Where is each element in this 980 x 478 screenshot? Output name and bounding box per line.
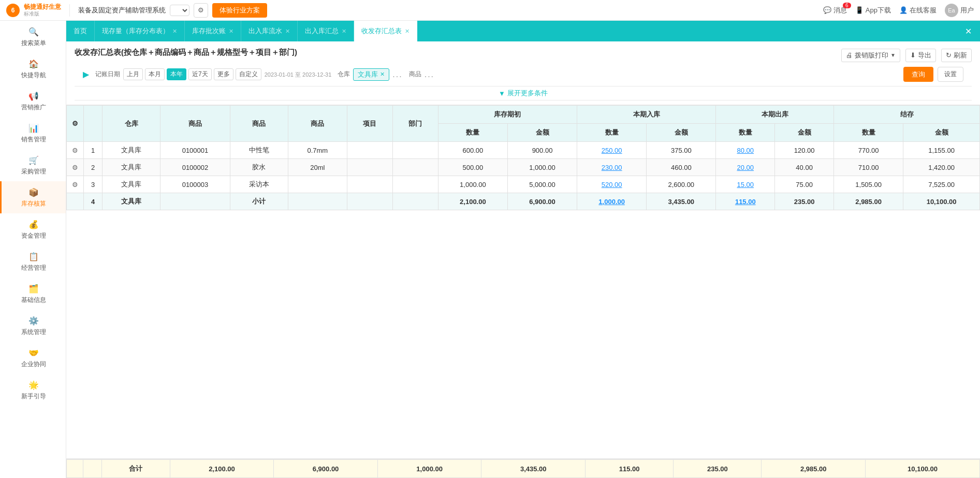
message-icon: 💬 [823, 6, 831, 14]
tab-receive-send-close[interactable]: ✕ [405, 28, 409, 35]
date-range-text: 2023-01-01 至 2023-12-31 [265, 71, 332, 79]
user-menu[interactable]: Ea 用户 [945, 4, 974, 17]
tab-home[interactable]: 首页 [66, 21, 95, 41]
trial-button[interactable]: 体验行业方案 [212, 3, 267, 18]
col-warehouse-header: 仓库 [103, 106, 160, 142]
tab-receive-send[interactable]: 收发存汇总表 ✕ [354, 21, 417, 41]
sidebar-item-marketing[interactable]: 📢 营销推广 [0, 85, 66, 117]
service-icon: 👤 [899, 6, 908, 14]
subtotal-code [160, 193, 230, 210]
date-7days[interactable]: 近7天 [188, 68, 212, 80]
warehouse-tag-close-btn[interactable]: ✕ [380, 71, 385, 78]
goods-more-btn[interactable]: ... [425, 70, 434, 79]
row1-in-qty[interactable]: 250.00 [577, 142, 647, 159]
sidebar-item-search[interactable]: 🔍 搜索菜单 [0, 21, 66, 53]
sidebar-item-operations[interactable]: 📋 经营管理 [0, 245, 66, 278]
row2-in-qty[interactable]: 230.00 [577, 159, 647, 176]
row3-goods-name: 采访本 [230, 176, 288, 193]
refresh-button[interactable]: ↻ 刷新 [941, 49, 972, 62]
sidebar-item-sales[interactable]: 📊 销售管理 [0, 117, 66, 149]
app-download-button[interactable]: 📱 App下载 [855, 6, 891, 15]
subtotal-department [392, 193, 438, 210]
online-service-button[interactable]: 👤 在线客服 [899, 6, 937, 15]
sidebar-label-search: 搜索菜单 [21, 39, 46, 48]
col-group-out: 本期出库 [716, 106, 834, 124]
warehouse-more-btn[interactable]: ... [392, 70, 402, 79]
tab-summary[interactable]: 出入库汇总 ✕ [298, 21, 354, 41]
tab-flow[interactable]: 出入库流水 ✕ [241, 21, 298, 41]
col-department-header: 部门 [392, 106, 438, 142]
table-wrap: ⚙ 仓库 商品 商品 商品 项目 部门 库存期初 本期入库 本期出库 结存 [66, 105, 980, 458]
query-button[interactable]: 查询 [903, 67, 933, 82]
print-icon: 🖨 [846, 51, 853, 59]
row1-opening-qty: 600.00 [438, 142, 507, 159]
date-last-month[interactable]: 上月 [123, 68, 143, 80]
goods-label: 商品 [409, 70, 421, 79]
sidebar-item-system[interactable]: ⚙️ 系统管理 [0, 310, 66, 342]
subtotal-in-amt: 3,435.00 [647, 193, 716, 210]
row1-out-qty[interactable]: 80.00 [716, 142, 775, 159]
row2-gear[interactable]: ⚙ [67, 159, 84, 176]
message-button[interactable]: 💬 消息 6 [823, 6, 847, 15]
row1-goods-spec: 0.7mm [288, 142, 347, 159]
row3-gear[interactable]: ⚙ [67, 176, 84, 193]
sidebar-label-marketing: 营销推广 [21, 103, 46, 112]
settings-button[interactable]: ⚙ [194, 3, 208, 18]
export-button[interactable]: ⬇ 导出 [905, 49, 936, 62]
sidebar-item-cooperation[interactable]: 🤝 企业协同 [0, 342, 66, 374]
setting-button[interactable]: 设置 [938, 67, 963, 82]
subtotal-out-qty[interactable]: 115.00 [716, 193, 775, 210]
row1-goods-code: 0100001 [160, 142, 230, 159]
tab-stock-dist[interactable]: 现存量（库存分布表） ✕ [95, 21, 185, 41]
footer-label: 合计 [102, 460, 170, 478]
date-label: 记账日期 [95, 70, 120, 79]
sidebar-item-guide[interactable]: 🌟 新手引导 [0, 374, 66, 406]
row1-department [392, 142, 438, 159]
expand-more-bar[interactable]: ▼ 展开更多条件 [75, 86, 972, 100]
tab-summary-close[interactable]: ✕ [342, 28, 346, 35]
row2-out-qty[interactable]: 20.00 [716, 159, 775, 176]
sidebar-item-inventory[interactable]: 📦 库存核算 [0, 181, 66, 213]
sidebar-item-purchase[interactable]: 🛒 采购管理 [0, 149, 66, 181]
avatar: Ea [945, 4, 958, 17]
date-this-year[interactable]: 本年 [167, 68, 186, 80]
row3-out-qty[interactable]: 15.00 [716, 176, 775, 193]
user-label: 用户 [960, 6, 974, 15]
date-this-month[interactable]: 本月 [145, 68, 165, 80]
goods-filter-group: 商品 ... [409, 70, 434, 79]
row3-goods-code: 0100003 [160, 176, 230, 193]
row2-warehouse: 文具库 [103, 159, 160, 176]
tab-batch-close[interactable]: ✕ [229, 28, 233, 35]
table-subtotal-row: 4 文具库 小计 2,100.00 6,900.00 1,000.00 3,43… [67, 193, 980, 210]
online-service-label: 在线客服 [910, 6, 937, 15]
tab-all-close[interactable]: ✕ [961, 27, 976, 36]
filter-expand-arrow[interactable]: ▶ [83, 69, 89, 79]
row1-gear[interactable]: ⚙ [67, 142, 84, 159]
row1-num: 1 [84, 142, 103, 159]
col-closing-qty-header: 数量 [834, 124, 903, 142]
col-project-header: 项目 [347, 106, 392, 142]
table-row: ⚙ 3 文具库 0100003 采访本 1,000.00 5,000.00 52… [67, 176, 980, 193]
sidebar-label-operations: 经营管理 [21, 264, 46, 272]
row1-goods-name: 中性笔 [230, 142, 288, 159]
sidebar-item-finance[interactable]: 💰 资金管理 [0, 213, 66, 245]
subtotal-in-qty[interactable]: 1,000.00 [577, 193, 647, 210]
row2-num: 2 [84, 159, 103, 176]
tab-flow-close[interactable]: ✕ [285, 28, 290, 35]
date-more[interactable]: 更多 [214, 68, 233, 80]
footer-out-qty: 115.00 [586, 460, 674, 478]
sidebar-item-quick[interactable]: 🏠 快捷导航 [0, 53, 66, 85]
row3-in-qty[interactable]: 520.00 [577, 176, 647, 193]
system-select[interactable] [170, 5, 189, 16]
subtotal-out-amt: 235.00 [775, 193, 834, 210]
basic-icon: 🗂️ [28, 284, 39, 294]
date-custom[interactable]: 自定义 [236, 68, 261, 80]
print-button[interactable]: 🖨 拨销版打印 ▼ [841, 49, 900, 62]
app-tagline: 畅捷通好生意 [24, 3, 61, 10]
page-header: 收发存汇总表(按仓库＋商品编码＋商品＋规格型号＋项目＋部门) 🖨 拨销版打印 ▼… [66, 41, 980, 105]
sidebar-item-basic[interactable]: 🗂️ 基础信息 [0, 278, 66, 310]
col-num-header [84, 106, 103, 142]
tab-batch[interactable]: 库存批次账 ✕ [185, 21, 241, 41]
tab-stock-dist-close[interactable]: ✕ [172, 28, 177, 35]
inventory-icon: 📦 [28, 187, 39, 197]
